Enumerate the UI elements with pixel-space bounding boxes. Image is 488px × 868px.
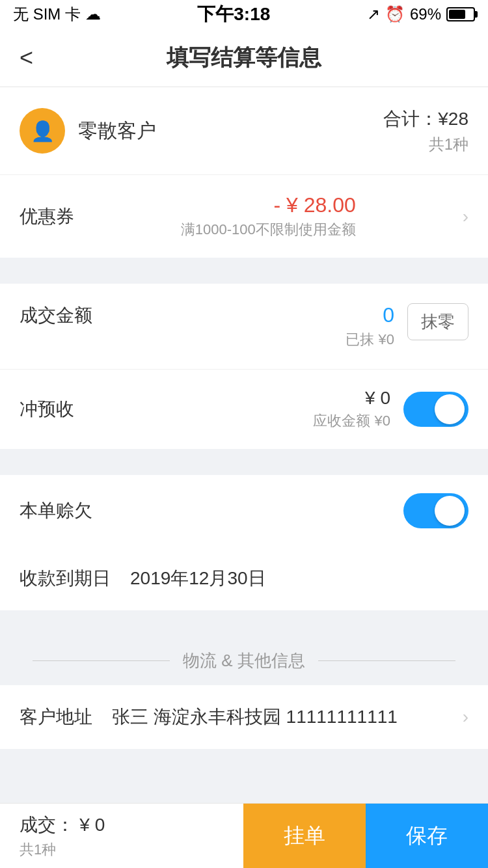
- bottom-bar: 成交： ¥ 0 共1种 挂单 保存: [0, 803, 488, 868]
- deal-amount-value: 0: [346, 303, 394, 327]
- status-bar: 无 SIM 卡 ☁ 下午3:18 ↗ ⏰ 69%: [0, 0, 488, 29]
- avatar-icon: 👤: [31, 120, 55, 142]
- bottom-amount-label: 成交：: [20, 815, 74, 835]
- deal-section: 成交金额 0 已抹 ¥0 抹零 冲预收 ¥ 0 应收金额 ¥0: [0, 284, 488, 449]
- customer-total-info: 合计：¥28 共1种: [383, 107, 468, 155]
- customer-info: 👤 零散客户: [20, 108, 156, 154]
- coupon-desc: 满1000-100不限制使用金额: [181, 220, 356, 239]
- pending-button[interactable]: 挂单: [243, 804, 366, 869]
- prepay-value: ¥ 0: [313, 388, 390, 409]
- customer-name: 零散客户: [78, 118, 156, 144]
- bottom-info: 成交： ¥ 0 共1种: [0, 813, 243, 860]
- round-down-button[interactable]: 抹零: [407, 303, 468, 340]
- logistics-label: 物流 & 其他信息: [183, 649, 305, 672]
- section-divider-3: [0, 623, 488, 636]
- coupon-label: 优惠券: [20, 204, 74, 229]
- debit-toggle-thumb: [435, 496, 465, 526]
- coupon-amount: - ¥ 28.00: [181, 193, 356, 217]
- address-chevron-icon: ›: [463, 707, 468, 727]
- location-icon: ↗: [367, 5, 380, 23]
- customer-total: 合计：¥28: [383, 107, 468, 131]
- page-title: 填写结算等信息: [167, 43, 321, 73]
- customer-row: 👤 零散客户 合计：¥28 共1种: [0, 87, 488, 174]
- customer-section: 👤 零散客户 合计：¥28 共1种 优惠券 - ¥ 28.00 满1000-10…: [0, 87, 488, 258]
- deal-amount-row: 成交金额 0 已抹 ¥0 抹零: [0, 284, 488, 369]
- coupon-row[interactable]: 优惠券 - ¥ 28.00 满1000-100不限制使用金额 ›: [0, 174, 488, 258]
- due-date-label: 收款到期日: [20, 566, 111, 591]
- section-divider-1: [0, 271, 488, 284]
- address-label: 客户地址: [20, 705, 92, 729]
- prepay-toggle[interactable]: [403, 392, 468, 427]
- logistics-header: 物流 & 其他信息: [0, 636, 488, 685]
- sim-label: 无 SIM 卡 ☁: [13, 4, 101, 25]
- save-button[interactable]: 保存: [366, 804, 488, 869]
- debit-toggle[interactable]: [403, 493, 468, 528]
- status-time: 下午3:18: [197, 2, 270, 27]
- prepay-row: 冲预收 ¥ 0 应收金额 ¥0: [0, 369, 488, 449]
- prepay-sub: 应收金额 ¥0: [313, 411, 390, 431]
- debit-section: 本单赊欠 收款到期日 2019年12月30日: [0, 475, 488, 610]
- due-date-value: 2019年12月30日: [130, 566, 266, 591]
- bottom-amount-value: ¥ 0: [79, 815, 105, 835]
- status-left: 无 SIM 卡 ☁: [13, 4, 101, 25]
- address-value: 张三 海淀永丰科技园 11111111111: [112, 705, 463, 729]
- deal-amount-label: 成交金额: [20, 303, 92, 328]
- chevron-right-icon: ›: [463, 206, 468, 227]
- alarm-icon: ⏰: [385, 5, 405, 23]
- due-date-row: 收款到期日 2019年12月30日: [0, 547, 488, 610]
- debit-row: 本单赊欠: [0, 475, 488, 547]
- toggle-thumb: [435, 394, 465, 424]
- avatar: 👤: [20, 108, 65, 154]
- status-right: ↗ ⏰ 69%: [367, 5, 475, 23]
- customer-count: 共1种: [383, 134, 468, 155]
- bottom-amount: 成交： ¥ 0: [20, 813, 224, 837]
- section-divider-2: [0, 462, 488, 475]
- deal-amount-sub: 已抹 ¥0: [346, 330, 394, 349]
- address-section: 客户地址 张三 海淀永丰科技园 11111111111 ›: [0, 685, 488, 749]
- nav-bar: < 填写结算等信息: [0, 29, 488, 87]
- battery-icon: [446, 7, 475, 21]
- prepay-label: 冲预收: [20, 397, 74, 422]
- bottom-count: 共1种: [20, 840, 224, 860]
- back-button[interactable]: <: [20, 44, 33, 72]
- debit-label: 本单赊欠: [20, 498, 92, 523]
- save-button-label: 保存: [406, 822, 448, 850]
- coupon-right: - ¥ 28.00 满1000-100不限制使用金额: [181, 193, 356, 239]
- pending-button-label: 挂单: [284, 822, 325, 850]
- battery-percent: 69%: [410, 5, 441, 23]
- address-row[interactable]: 客户地址 张三 海淀永丰科技园 11111111111 ›: [0, 685, 488, 749]
